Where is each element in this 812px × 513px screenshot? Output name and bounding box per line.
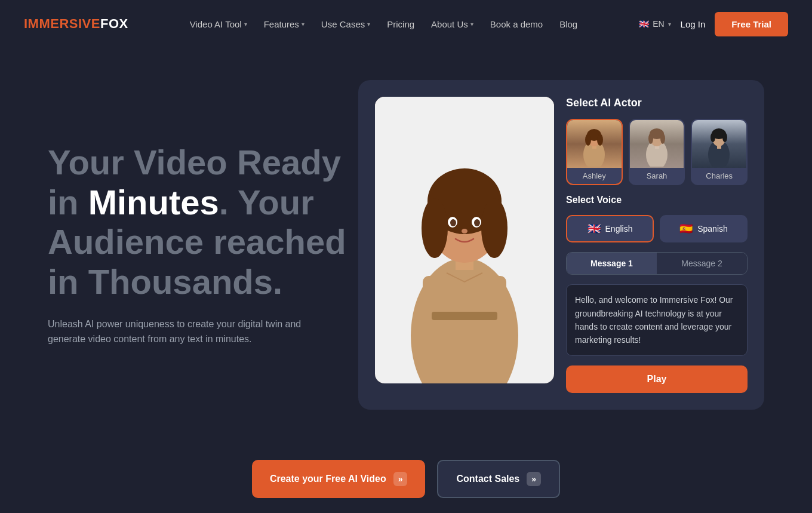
nav-links: Video AI Tool▾ Features▾ Use Cases▾ Pric… <box>190 19 578 29</box>
controls-panel: Select AI Actor <box>566 97 748 393</box>
actor-charles-name: Charles <box>692 168 746 184</box>
message-area[interactable]: Hello, and welcome to Immersive Fox! Our… <box>566 284 748 356</box>
svg-point-6 <box>422 198 448 258</box>
actor-ashley[interactable]: Ashley <box>566 119 623 185</box>
arrow-icon: » <box>527 472 541 486</box>
contact-sales-button[interactable]: Contact Sales » <box>437 460 560 498</box>
hero-subtitle: Unleash AI power uniqueness to create yo… <box>48 317 310 347</box>
message-tabs: Message 1 Message 2 <box>566 252 748 275</box>
chevron-down-icon: ▾ <box>470 21 473 27</box>
chevron-down-icon: ▾ <box>302 21 304 27</box>
arrow-icon: » <box>393 472 408 486</box>
voice-spanish-button[interactable]: 🇪🇸 Spanish <box>660 215 748 242</box>
svg-rect-29 <box>712 147 727 167</box>
play-button[interactable]: Play <box>566 365 748 393</box>
hero-section: Your Video Ready in Minutes. Your Audien… <box>48 143 358 347</box>
nav-about-us[interactable]: About Us▾ <box>431 19 473 29</box>
language-selector[interactable]: 🇬🇧 EN ▾ <box>639 19 670 29</box>
message-tab-1[interactable]: Message 1 <box>567 253 657 274</box>
svg-rect-13 <box>432 312 497 320</box>
uk-flag-icon: 🇬🇧 <box>588 222 601 235</box>
demo-card: Select AI Actor <box>358 80 764 410</box>
chevron-down-icon: ▾ <box>668 21 671 27</box>
actor-sarah-thumbnail <box>630 120 684 168</box>
svg-point-34 <box>722 133 727 142</box>
nav-features[interactable]: Features▾ <box>264 19 304 29</box>
es-flag-icon: 🇪🇸 <box>679 222 693 235</box>
actor-ashley-name: Ashley <box>567 168 622 184</box>
voice-english-button[interactable]: 🇬🇧 English <box>566 215 654 242</box>
svg-rect-2 <box>423 276 506 383</box>
hero-title: Your Video Ready in Minutes. Your Audien… <box>48 143 358 302</box>
svg-point-7 <box>481 198 508 258</box>
chevron-down-icon: ▾ <box>244 21 247 27</box>
nav-use-cases[interactable]: Use Cases▾ <box>321 19 370 29</box>
actor-sarah-name: Sarah <box>630 168 684 184</box>
svg-point-20 <box>597 134 603 146</box>
actor-video-preview <box>375 97 554 383</box>
cta-section: Create your Free AI Video » Contact Sale… <box>0 442 812 513</box>
actor-grid: Ashley Sar <box>566 119 748 185</box>
svg-point-10 <box>450 219 456 226</box>
svg-point-26 <box>648 133 653 144</box>
nav-video-ai-tool[interactable]: Video AI Tool▾ <box>190 19 247 29</box>
actor-charles[interactable]: Charles <box>691 119 748 185</box>
nav-blog[interactable]: Blog <box>559 19 577 29</box>
nav-pricing[interactable]: Pricing <box>387 19 414 29</box>
nav-right: 🇬🇧 EN ▾ Log In Free Trial <box>639 12 788 36</box>
free-trial-button[interactable]: Free Trial <box>715 12 788 36</box>
nav-book-demo[interactable]: Book a demo <box>490 19 543 29</box>
chevron-down-icon: ▾ <box>367 21 370 27</box>
create-free-video-button[interactable]: Create your Free AI Video » <box>252 460 426 498</box>
svg-point-11 <box>474 219 480 226</box>
main-content: Your Video Ready in Minutes. Your Audien… <box>0 48 812 442</box>
select-voice-label: Select Voice <box>566 195 748 205</box>
actor-ashley-thumbnail <box>567 120 622 168</box>
svg-point-33 <box>710 133 715 142</box>
actor-sarah[interactable]: Sarah <box>629 119 685 185</box>
login-button[interactable]: Log In <box>681 19 706 29</box>
svg-point-27 <box>660 133 665 144</box>
message-tab-2[interactable]: Message 2 <box>657 253 747 274</box>
voice-options: 🇬🇧 English 🇪🇸 Spanish <box>566 215 748 242</box>
svg-point-19 <box>585 134 591 146</box>
actor-charles-thumbnail <box>692 120 746 168</box>
flag-icon: 🇬🇧 <box>639 19 649 29</box>
svg-rect-22 <box>650 147 665 167</box>
svg-rect-15 <box>587 147 602 167</box>
svg-point-12 <box>462 229 467 234</box>
navbar: IMMERSIVEFOX Video AI Tool▾ Features▾ Us… <box>0 0 812 48</box>
logo[interactable]: IMMERSIVEFOX <box>24 16 128 32</box>
select-actor-label: Select AI Actor <box>566 97 748 109</box>
